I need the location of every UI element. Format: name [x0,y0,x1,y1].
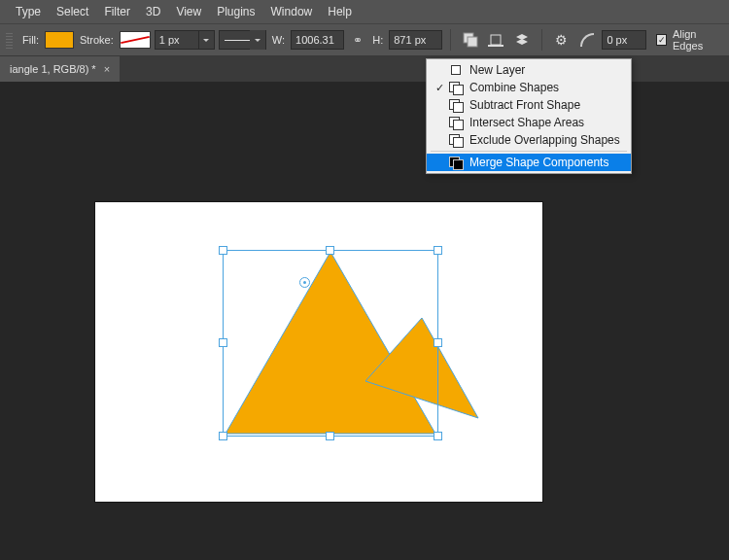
options-grip-icon[interactable] [6,31,13,49]
menu-type[interactable]: Type [8,5,49,18]
menu-item-new-layer[interactable]: New Layer [427,61,631,79]
stroke-label: Stroke: [80,34,114,46]
path-operations-menu: New Layer ✓ Combine Shapes Subtract Fron… [426,58,632,174]
stroke-width-dropdown-icon[interactable] [199,30,215,50]
svg-rect-1 [468,37,477,47]
menu-item-exclude-overlapping-shapes[interactable]: Exclude Overlapping Shapes [427,131,631,149]
height-input[interactable] [389,30,442,50]
width-input[interactable] [291,30,344,50]
stroke-width-input[interactable] [155,30,199,50]
menu-window[interactable]: Window [263,5,321,18]
stack-icon [514,32,530,48]
corner-radius-icon-btn [576,27,599,52]
artboard[interactable] [95,202,542,502]
transform-handle-br[interactable] [434,432,442,440]
menu-item-subtract-front-shape[interactable]: Subtract Front Shape [427,96,631,114]
menu-item-intersect-shape-areas[interactable]: Intersect Shape Areas [427,114,631,131]
menu-filter[interactable]: Filter [96,5,138,18]
new-layer-icon [448,63,464,77]
selection-bounding-box[interactable] [223,250,438,437]
menu-separator [431,151,627,152]
transform-handle-tr[interactable] [434,246,442,255]
combine-shapes-icon [448,81,464,94]
menu-bar: Type Select Filter 3D View Plugins Windo… [0,0,729,23]
menu-help[interactable]: Help [320,5,360,18]
fill-swatch[interactable] [45,31,74,49]
menu-item-label: Merge Shape Components [469,156,608,169]
path-ops-icon [463,32,478,48]
path-operations-button[interactable] [459,27,481,52]
menu-plugins[interactable]: Plugins [209,5,262,18]
extra-options-button[interactable]: ⚙ [550,27,573,52]
svg-rect-2 [491,35,501,45]
document-tab[interactable]: iangle 1, RGB/8) * × [0,56,120,82]
align-edges-label: Align Edges [673,28,721,52]
menu-item-label: New Layer [469,63,525,77]
menu-item-combine-shapes[interactable]: ✓ Combine Shapes [427,79,631,96]
reference-point-icon[interactable] [299,277,310,288]
separator [450,29,451,51]
check-mark-icon: ✓ [431,82,448,94]
menu-view[interactable]: View [168,5,209,18]
width-label: W: [272,34,285,46]
menu-item-label: Intersect Shape Areas [469,116,584,129]
height-label: H: [372,34,383,46]
align-edges-checkbox[interactable]: ✓ [656,34,667,46]
path-arrangement-button[interactable] [511,27,534,52]
path-align-button[interactable] [485,27,507,52]
exclude-shape-icon [448,133,464,147]
menu-item-label: Exclude Overlapping Shapes [469,133,620,147]
document-tab-label: iangle 1, RGB/8) * [10,63,96,75]
separator [541,29,542,51]
transform-handle-bm[interactable] [326,432,334,440]
close-icon[interactable]: × [104,63,110,75]
transform-handle-tl[interactable] [219,246,227,255]
menu-item-label: Subtract Front Shape [469,98,580,112]
gear-icon: ⚙ [555,32,568,48]
stroke-style-dropdown[interactable] [219,30,266,50]
transform-handle-ml[interactable] [219,338,227,347]
menu-item-label: Combine Shapes [469,81,559,94]
menu-item-merge-shape-components[interactable]: Merge Shape Components [427,154,631,171]
stroke-swatch-none-icon[interactable] [120,31,151,49]
intersect-shape-icon [448,116,464,129]
path-align-icon [488,32,503,48]
subtract-shape-icon [448,98,464,112]
transform-handle-bl[interactable] [219,432,227,440]
menu-select[interactable]: Select [49,5,96,18]
link-dimensions-icon[interactable]: ⚭ [348,30,366,50]
transform-handle-mr[interactable] [434,338,442,347]
options-bar: Fill: Stroke: W: ⚭ H: ⚙ ✓ Align Edges [0,23,729,56]
corner-radius-input[interactable] [602,30,646,50]
fill-label: Fill: [22,34,39,46]
svg-marker-5 [516,39,528,45]
menu-3d[interactable]: 3D [138,5,168,18]
merge-shape-icon [448,156,464,169]
transform-handle-tm[interactable] [326,246,334,255]
corner-curve-icon [580,33,594,47]
